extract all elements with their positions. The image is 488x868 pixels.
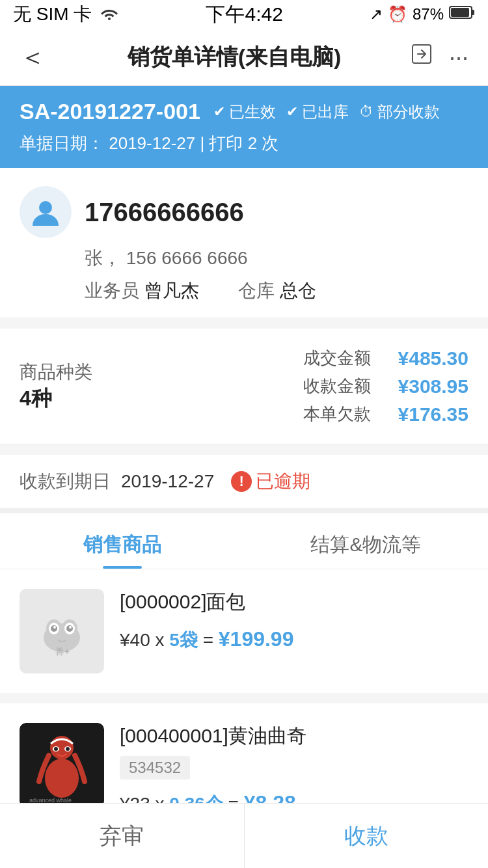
stats-section: 商品种类 4种 成交金额 ¥485.30 收款金额 ¥308.95 本单欠款 ¥… (0, 329, 488, 444)
received-label: 收款金额 (303, 375, 371, 398)
stats-amounts: 成交金额 ¥485.30 收款金额 ¥308.95 本单欠款 ¥176.35 (303, 347, 468, 426)
product-info-1: [0000002]面包 ¥40 x 5袋 = ¥199.99 (120, 589, 468, 673)
overdue-icon: ! (231, 471, 252, 492)
product-price-row-1: ¥40 x 5袋 = ¥199.99 (120, 627, 468, 653)
payment-due-date: 2019-12-27 (121, 471, 214, 492)
location-icon: ↗ (370, 5, 383, 23)
payment-due-label: 收款到期日 (20, 469, 111, 494)
product-thumbnail-2: advanced whale (20, 723, 104, 807)
customer-phone: 17666666666 (85, 198, 244, 227)
svg-point-4 (39, 201, 52, 214)
tab-products[interactable]: 销售商品 (0, 513, 244, 569)
svg-point-17 (45, 759, 79, 798)
warehouse-value: 总仓 (280, 278, 316, 303)
due-label: 本单欠款 (303, 403, 371, 426)
customer-section: 17666666666 张， 156 6666 6666 业务员 曾凡杰 仓库 … (0, 168, 488, 318)
customer-staff-row: 业务员 曾凡杰 仓库 总仓 (20, 278, 468, 303)
svg-rect-2 (451, 8, 469, 17)
customer-info: 张， 156 6666 6666 (20, 246, 468, 271)
back-button[interactable]: ＜ (20, 39, 46, 75)
svg-point-12 (53, 626, 56, 629)
tab-settlement[interactable]: 结算&物流等 (244, 513, 488, 569)
badge-partial-payment: ⏱ 部分收款 (359, 102, 440, 122)
received-value: ¥308.95 (384, 375, 468, 398)
svg-point-21 (66, 747, 70, 751)
sim-status: 无 SIM 卡 (13, 2, 92, 27)
check-icon-1: ✔ (213, 103, 225, 120)
price-total-1: ¥199.99 (219, 627, 294, 651)
svg-rect-1 (472, 10, 474, 15)
price-unit-1: ¥40 (120, 630, 150, 650)
list-item: 兽+ [0000002]面包 ¥40 x 5袋 = ¥199.99 (0, 569, 488, 693)
cancel-button[interactable]: 弃审 (0, 804, 245, 868)
payment-due-section: 收款到期日 2019-12-27 ! 已逾期 (0, 455, 488, 513)
product-name-2: [000400001]黄油曲奇 (120, 723, 468, 750)
bottom-bar: 弃审 收款 (0, 803, 488, 868)
svg-point-20 (54, 747, 58, 751)
check-icon-2: ✔ (286, 103, 298, 120)
product-image-placeholder-1: 兽+ (20, 589, 104, 673)
wifi-icon (100, 4, 119, 25)
category-label: 商品种类 (20, 360, 92, 385)
page-title: 销货单详情(来自电脑) (59, 42, 410, 72)
nav-bar: ＜ 销货单详情(来自电脑) ··· (0, 29, 488, 86)
clock-icon: ⏱ (359, 103, 373, 120)
staff-label: 业务员 (85, 278, 139, 303)
warehouse-label: 仓库 (238, 278, 275, 303)
deal-amount-label: 成交金额 (303, 347, 371, 370)
status-bar-time: 下午4:42 (206, 1, 282, 28)
overdue-badge: ! 已逾期 (231, 469, 310, 494)
battery-text: 87% (413, 5, 444, 23)
product-thumbnail-1: 兽+ (20, 589, 104, 673)
avatar (20, 186, 72, 238)
product-image-2: advanced whale (20, 723, 104, 807)
status-badges: ✔ 已生效 ✔ 已出库 ⏱ 部分收款 (213, 102, 440, 122)
stats-categories: 商品种类 4种 (20, 347, 92, 426)
stats-deal-row: 成交金额 ¥485.30 (303, 347, 468, 370)
due-value: ¥176.35 (384, 403, 468, 426)
product-sku-2: 534532 (120, 756, 190, 780)
status-bar-left: 无 SIM 卡 (13, 2, 119, 27)
order-header: SA-20191227-001 ✔ 已生效 ✔ 已出库 ⏱ 部分收款 单据日期：… (0, 86, 488, 168)
alarm-icon: ⏰ (388, 5, 407, 23)
stats-received-row: 收款金额 ¥308.95 (303, 375, 468, 398)
battery-icon (449, 5, 475, 23)
order-meta: 单据日期： 2019-12-27 | 打印 2 次 (20, 132, 468, 155)
product-list: 兽+ [0000002]面包 ¥40 x 5袋 = ¥199.99 (0, 569, 488, 836)
product-name-1: [0000002]面包 (120, 589, 468, 616)
nav-actions: ··· (410, 42, 468, 72)
stats-due-row: 本单欠款 ¥176.35 (303, 403, 468, 426)
status-bar: 无 SIM 卡 下午4:42 ↗ ⏰ 87% (0, 0, 488, 29)
confirm-button[interactable]: 收款 (245, 804, 489, 868)
category-value: 4种 (20, 385, 92, 413)
staff-value: 曾凡杰 (144, 278, 199, 303)
status-bar-right: ↗ ⏰ 87% (370, 5, 475, 23)
deal-amount-value: ¥485.30 (384, 347, 468, 370)
svg-text:兽+: 兽+ (55, 646, 70, 657)
badge-effective: ✔ 已生效 (213, 102, 276, 122)
more-icon[interactable]: ··· (449, 44, 468, 71)
order-id: SA-20191227-001 (20, 99, 200, 124)
share-icon[interactable] (410, 42, 433, 72)
badge-shipped: ✔ 已出库 (286, 102, 349, 122)
overdue-text: 已逾期 (256, 469, 310, 494)
tabs-section: 销售商品 结算&物流等 (0, 513, 488, 569)
price-qty-1: 5袋 (169, 630, 198, 650)
svg-point-13 (69, 626, 72, 629)
